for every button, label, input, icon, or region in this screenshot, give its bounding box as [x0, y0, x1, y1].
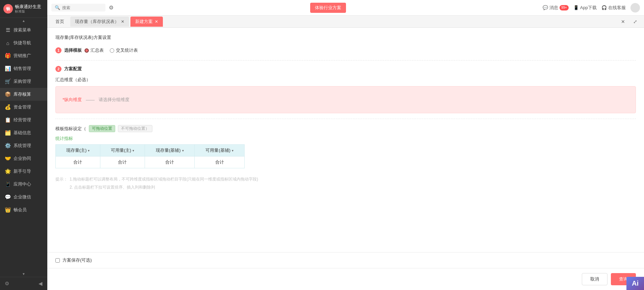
topbar-search-box[interactable]: 🔍	[51, 4, 105, 11]
section1-num: 1	[55, 47, 61, 53]
col2-dropdown-icon[interactable]: ▾	[132, 149, 134, 152]
non-draggable-tag: 不可拖动位置）	[118, 125, 152, 132]
col-header-4[interactable]: 可用量(基辅) ▾	[195, 145, 245, 156]
sidebar-item-label: 企业协同	[14, 155, 31, 162]
col-header-1[interactable]: 现存量(主) ▾	[56, 145, 100, 156]
logo-title: 畅康通好生意	[15, 4, 41, 9]
sidebar-settings-icon[interactable]: ⚙	[5, 281, 9, 287]
sidebar-item-search-menu[interactable]: ☰ 搜索菜单	[0, 24, 47, 37]
sidebar-item-label: 基础信息	[14, 130, 31, 136]
window-expand-button[interactable]: ⤢	[630, 16, 641, 27]
sidebar-item-label: 资金管理	[14, 104, 31, 110]
sidebar-scroll-up[interactable]: ▲	[0, 18, 47, 24]
enterprise-icon: 🤝	[5, 155, 11, 162]
tab-home[interactable]: 首页	[51, 17, 69, 27]
tip-1: 提示： 1.拖动标题栏可以调整布局，不可跨维度或指标区域拖动栏目字段(只能在同一…	[55, 175, 636, 183]
app-center-icon: 📱	[5, 181, 11, 187]
user-avatar[interactable]	[630, 3, 640, 13]
trial-industry-button[interactable]: 体验行业方案	[310, 3, 346, 13]
tip-text-2: 2. 点击标题栏下拉可设置排序、插入列和删除列	[70, 183, 155, 191]
sidebar-item-sales[interactable]: 📊 销售管理	[0, 62, 47, 75]
message-badge: 99+	[560, 5, 569, 10]
sidebar-item-wechat[interactable]: 💬 企业微信	[0, 191, 47, 203]
tab-inventory-status-label: 现存量（库存状况表）	[75, 19, 119, 25]
divider-1	[55, 60, 636, 61]
stats-table: 现存量(主) ▾ 可用量(主) ▾	[55, 144, 245, 168]
sidebar-audio-icon[interactable]: ◀	[39, 281, 43, 287]
sidebar-scroll-down[interactable]: ▼	[0, 271, 47, 277]
template-radio-group: 汇总表 交叉统计表	[84, 47, 138, 53]
col-header-2[interactable]: 可用量(主) ▾	[100, 145, 145, 156]
sidebar-item-label: 畅会员	[14, 207, 27, 213]
basic-info-icon: 🗂️	[5, 130, 11, 136]
tab-new-scheme-label: 新建方案	[135, 19, 153, 25]
sidebar-item-marketing[interactable]: 🎁 营销推广	[0, 49, 47, 62]
sidebar-item-app-center[interactable]: 📱 应用中心	[0, 178, 47, 191]
sidebar-item-purchase[interactable]: 🛒 采购管理	[0, 75, 47, 88]
radio-summary-input[interactable]	[84, 48, 89, 53]
sidebar-item-label: 销售管理	[14, 66, 31, 72]
tab-new-scheme-close-icon[interactable]: ✕	[155, 19, 158, 24]
indicator-settings: 模板指标设定（ 可拖动位置 不可拖动位置） 统计指标 现存量(主) ▾	[55, 125, 636, 168]
content-inner: 现存量(库存状况表)方案设置 1 选择模板 汇总表 交叉统计表	[47, 28, 644, 252]
dimension-label: 汇总维度（必选）	[55, 77, 636, 83]
content-area: 现存量(库存状况表)方案设置 1 选择模板 汇总表 交叉统计表	[47, 28, 644, 290]
dimension-dash: ——	[86, 97, 95, 102]
app-download-label: App下载	[580, 5, 597, 11]
col3-dropdown-icon[interactable]: ▾	[182, 149, 184, 152]
operation-icon: 📋	[5, 117, 11, 123]
online-service-button[interactable]: 🎧 在线客服	[601, 5, 626, 11]
radio-crosstab-input[interactable]	[110, 48, 114, 53]
save-checkbox[interactable]	[55, 258, 60, 263]
sidebar-item-member[interactable]: 👑 畅会员	[0, 203, 47, 216]
sidebar-item-inventory[interactable]: 📦 库存核算	[0, 88, 47, 101]
sidebar: 畅 畅康通好生意 标准版 ▲ ☰ 搜索菜单 ⌂ 快捷导航 🎁 营销推广 📊 销售…	[0, 0, 47, 290]
ai-badge[interactable]: Ai	[626, 277, 644, 290]
quick-nav-icon: ⌂	[5, 40, 11, 46]
col4-dropdown-icon[interactable]: ▾	[232, 149, 233, 152]
sidebar-item-newuser[interactable]: 🌟 新手引导	[0, 165, 47, 178]
radio-crosstab[interactable]: 交叉统计表	[110, 47, 138, 53]
dimension-required-marker: *纵向维度	[63, 97, 82, 103]
cancel-button[interactable]: 取消	[582, 273, 608, 285]
tab-inventory-status[interactable]: 现存量（库存状况表） ✕	[70, 17, 129, 27]
sidebar-item-system[interactable]: ⚙️ 系统管理	[0, 139, 47, 152]
sidebar-item-quick-nav[interactable]: ⌂ 快捷导航	[0, 37, 47, 49]
sidebar-item-enterprise[interactable]: 🤝 企业协同	[0, 152, 47, 165]
divider-2	[55, 119, 636, 119]
tab-new-scheme[interactable]: 新建方案 ✕	[130, 17, 163, 27]
footer-buttons: 取消 查询	[47, 268, 644, 290]
sidebar-item-operation[interactable]: 📋 经营管理	[0, 114, 47, 126]
sidebar-item-finance[interactable]: 💰 资金管理	[0, 101, 47, 114]
logo-icon: 畅	[3, 4, 13, 14]
main-area: 🔍 ⚙ 体验行业方案 💬 消息 99+ 📱 App下载 🎧 在线客服 首页	[47, 0, 644, 290]
radio-summary[interactable]: 汇总表	[84, 47, 104, 53]
col3-sub: 合计	[145, 156, 195, 168]
section2-title: 方案配置	[64, 66, 82, 72]
tips-area: 提示： 1.拖动标题栏可以调整布局，不可跨维度或指标区域拖动栏目字段(只能在同一…	[55, 175, 636, 191]
section-scheme-config: 2 方案配置 汇总维度（必选） *纵向维度 —— 请选择分组维度 模板指标设定（…	[55, 66, 636, 191]
col1-dropdown-icon[interactable]: ▾	[88, 149, 90, 152]
search-input[interactable]	[62, 5, 96, 10]
service-icon: 🎧	[601, 5, 607, 10]
tab-inventory-close-icon[interactable]: ✕	[121, 19, 124, 24]
sidebar-item-label: 系统管理	[14, 143, 31, 149]
sidebar-item-basic-info[interactable]: 🗂️ 基础信息	[0, 126, 47, 139]
save-section: 方案保存(可选)	[47, 252, 644, 268]
message-button[interactable]: 💬 消息 99+	[543, 5, 569, 11]
topbar-settings-icon[interactable]: ⚙	[109, 4, 114, 11]
dimension-box[interactable]: *纵向维度 —— 请选择分组维度	[55, 86, 636, 113]
col2-sub: 合计	[100, 156, 145, 168]
col2-label: 可用量(主)	[111, 147, 131, 153]
sidebar-item-label: 库存核算	[14, 91, 31, 97]
col-header-3[interactable]: 现存量(基辅) ▾	[145, 145, 195, 156]
col1-sub: 合计	[56, 156, 100, 168]
app-download-button[interactable]: 📱 App下载	[573, 5, 597, 11]
section2-num: 2	[55, 66, 61, 72]
stats-section-label: 统计指标	[55, 136, 636, 142]
window-close-button[interactable]: ✕	[618, 16, 628, 27]
sidebar-item-label: 采购管理	[14, 78, 31, 84]
sidebar-item-label: 搜索菜单	[14, 27, 31, 33]
tabbar: 首页 现存量（库存状况表） ✕ 新建方案 ✕ ✕ ⤢	[47, 16, 644, 28]
page-title: 现存量(库存状况表)方案设置	[55, 34, 636, 41]
